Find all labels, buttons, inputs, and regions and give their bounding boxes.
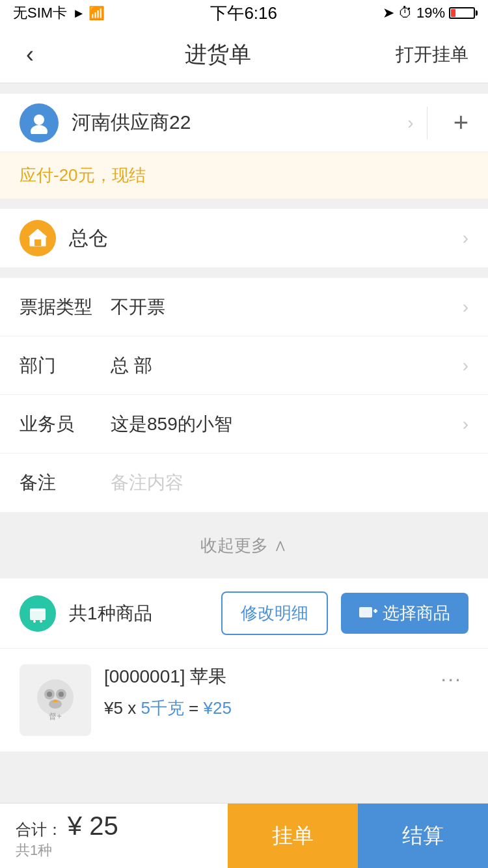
bottom-bar: 合计： ¥ 25 共1种 挂单 结算 <box>0 803 488 868</box>
svg-rect-3 <box>34 239 41 246</box>
collapse-label: 收起更多 ∧ <box>200 534 287 557</box>
remark-row[interactable]: 备注 备注内容 <box>0 454 488 512</box>
owl-icon: 督+ <box>33 675 78 720</box>
carrier-text: 无SIM卡 <box>13 3 67 23</box>
product-thumbnail: 督+ <box>20 664 91 736</box>
invoice-row[interactable]: 票据类型 不开票 › <box>0 278 488 336</box>
back-button[interactable]: ‹ <box>20 34 40 75</box>
svg-point-13 <box>47 692 52 697</box>
dept-label: 部门 <box>20 353 98 378</box>
dept-row[interactable]: 部门 总 部 › <box>0 336 488 395</box>
total-section: 合计： ¥ 25 共1种 <box>0 804 228 868</box>
total-count: 共1种 <box>16 841 212 860</box>
total-line: 合计： ¥ 25 <box>16 811 212 841</box>
product-item: 督+ [0000001] 苹果 ¥5 x 5千克 = ¥25 ··· <box>0 648 488 752</box>
wifi-icon: ► 📶 <box>72 5 105 21</box>
alarm-icon: ⏱ <box>398 5 413 21</box>
invoice-chevron-icon: › <box>463 297 468 318</box>
salesman-row[interactable]: 业务员 这是859的小智 › <box>0 395 488 454</box>
svg-point-5 <box>33 620 36 623</box>
price-qty: 5千克 <box>141 698 183 718</box>
add-supplier-icon[interactable]: + <box>454 108 468 137</box>
warehouse-section[interactable]: 总仓 › <box>0 209 488 267</box>
warehouse-icon <box>20 220 56 256</box>
product-price: ¥5 x 5千克 = ¥25 <box>104 697 421 720</box>
dept-chevron-icon: › <box>463 355 468 376</box>
collapse-row[interactable]: 收起更多 ∧ <box>0 522 488 568</box>
price-base: ¥5 x <box>104 698 141 718</box>
supplier-actions: › + <box>407 107 468 139</box>
total-label: 合计： <box>16 821 62 838</box>
status-bar: 无SIM卡 ► 📶 下午6:16 ➤ ⏱ 19% <box>0 0 488 26</box>
settle-button[interactable]: 结算 <box>358 804 488 868</box>
svg-text:督+: 督+ <box>49 712 61 720</box>
price-total: ¥25 <box>203 698 231 718</box>
invoice-label: 票据类型 <box>20 295 98 319</box>
supplier-avatar <box>20 103 59 142</box>
nav-bar: ‹ 进货单 打开挂单 <box>0 26 488 83</box>
remark-label: 备注 <box>20 470 98 495</box>
section-gap-1 <box>0 83 488 94</box>
salesman-chevron-icon: › <box>463 414 468 435</box>
supplier-section[interactable]: 河南供应商22 › + <box>0 94 488 152</box>
product-name: [0000001] 苹果 <box>104 664 421 689</box>
house-icon <box>27 228 48 249</box>
svg-point-1 <box>31 125 47 134</box>
dept-value: 总 部 <box>98 353 463 378</box>
invoice-value: 不开票 <box>98 295 463 319</box>
salesman-label: 业务员 <box>20 412 98 437</box>
hold-button[interactable]: 挂单 <box>228 804 358 868</box>
battery-fill <box>451 9 455 17</box>
svg-point-0 <box>34 115 44 125</box>
price-equals: = <box>184 698 204 718</box>
select-product-icon <box>359 606 377 621</box>
product-more-button[interactable]: ··· <box>434 664 468 694</box>
warehouse-chevron-icon: › <box>463 228 468 249</box>
svg-point-6 <box>40 620 42 623</box>
battery-icon <box>449 7 475 19</box>
status-time: 下午6:16 <box>210 2 277 25</box>
status-right: ➤ ⏱ 19% <box>383 5 475 21</box>
warehouse-name: 总仓 <box>69 225 463 252</box>
select-product-button[interactable]: 选择商品 <box>341 593 468 634</box>
product-thumb-logo: 督+ <box>33 675 78 726</box>
total-amount: ¥ 25 <box>68 811 118 840</box>
supplier-divider <box>427 107 427 139</box>
supplier-chevron-icon: › <box>407 113 413 133</box>
open-hold-button[interactable]: 打开挂单 <box>396 42 468 67</box>
location-icon: ➤ <box>383 5 394 21</box>
status-left: 无SIM卡 ► 📶 <box>13 3 105 23</box>
product-header: 共1种商品 修改明细 选择商品 <box>0 578 488 648</box>
cart-icon <box>27 603 48 624</box>
product-section-icon <box>20 595 56 632</box>
product-details: [0000001] 苹果 ¥5 x 5千克 = ¥25 <box>104 664 421 720</box>
svg-point-14 <box>59 692 64 697</box>
salesman-value: 这是859的小智 <box>98 412 463 437</box>
select-product-label: 选择商品 <box>383 602 450 625</box>
supplier-name: 河南供应商22 <box>72 109 407 136</box>
product-count: 共1种商品 <box>69 601 208 626</box>
battery-percent: 19% <box>416 5 445 21</box>
page-title: 进货单 <box>185 40 251 70</box>
modify-detail-button[interactable]: 修改明细 <box>221 591 328 635</box>
svg-rect-7 <box>359 607 372 617</box>
svg-point-10 <box>37 679 74 716</box>
notice-bar: 应付-20元，现结 <box>0 152 488 198</box>
person-icon <box>28 112 50 134</box>
remark-placeholder[interactable]: 备注内容 <box>98 470 468 495</box>
notice-text: 应付-20元，现结 <box>20 165 146 185</box>
form-section: 票据类型 不开票 › 部门 总 部 › 业务员 这是859的小智 › 备注 备注… <box>0 278 488 512</box>
